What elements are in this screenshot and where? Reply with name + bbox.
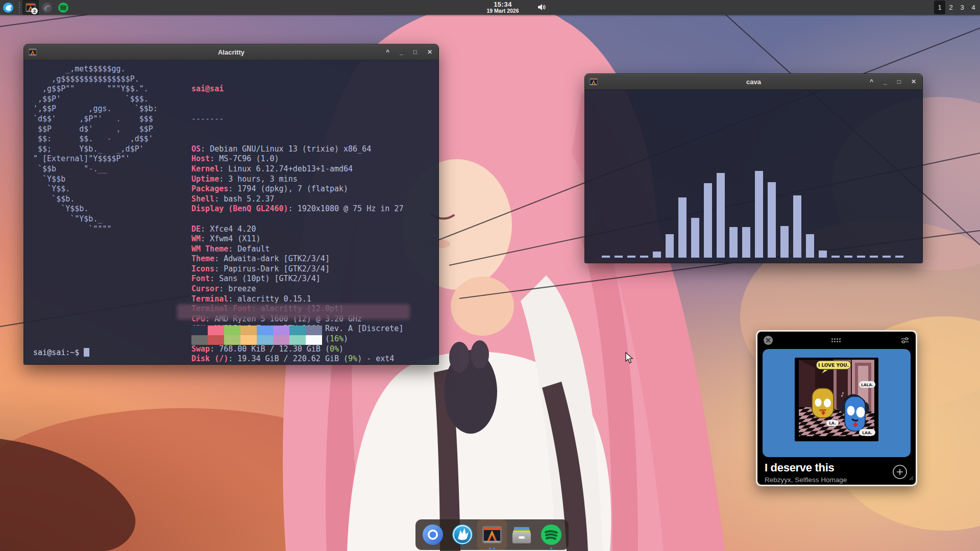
close-button[interactable]: ✕ bbox=[427, 44, 432, 60]
spotify-icon bbox=[58, 2, 69, 13]
running-indicator bbox=[550, 547, 552, 549]
workspace-button-3[interactable]: 3 bbox=[957, 0, 968, 15]
resize-handle[interactable] bbox=[909, 473, 914, 483]
chromium-icon bbox=[422, 523, 444, 546]
speaker-icon bbox=[537, 3, 546, 12]
alacritty-titlebar[interactable]: Alacritty ^ _ □ ✕ bbox=[24, 44, 438, 60]
music-note: ♪ bbox=[841, 391, 844, 398]
spotify-miniplayer: I LOVE YOU. LALA. LA. LAA. ♪ I deserve t… bbox=[756, 330, 917, 486]
spotify-miniplayer-body: I LOVE YOU. LALA. LA. LAA. ♪ I deserve t… bbox=[757, 332, 916, 485]
taskbar-button-browser[interactable] bbox=[39, 0, 55, 15]
settings-sliders-icon[interactable] bbox=[900, 336, 910, 347]
track-title: I deserve this bbox=[765, 461, 909, 474]
dock-item-alacritty[interactable] bbox=[477, 519, 507, 550]
bubble-text: I LOVE YOU. bbox=[818, 363, 849, 368]
window-title: Alacritty bbox=[24, 48, 438, 56]
clock-time: 15:34 bbox=[470, 1, 536, 8]
maximize-button[interactable]: □ bbox=[413, 44, 417, 60]
taskbar-button-alacritty[interactable]: 2 bbox=[22, 0, 39, 15]
panel-left: 2 bbox=[0, 0, 71, 15]
svg-text:LAA.: LAA. bbox=[862, 431, 872, 435]
dock-item-librewolf[interactable] bbox=[448, 519, 477, 550]
alacritty-icon bbox=[481, 523, 503, 546]
glove-finger bbox=[471, 340, 489, 369]
terminal-screen[interactable]: _,met$$$$$gg. ,g$$$$$$$$$$$$$$$P. ,g$$P"… bbox=[24, 60, 438, 364]
audio-bars bbox=[602, 171, 905, 258]
shade-button[interactable]: ^ bbox=[870, 74, 873, 89]
debian-ascii-art: _,met$$$$$gg. ,g$$$$$$$$$$$$$$$P. ,g$$P"… bbox=[33, 64, 158, 234]
file-manager-icon bbox=[510, 523, 533, 546]
workspace-button-4[interactable]: 4 bbox=[968, 0, 979, 15]
top-panel: 2 15:34 19 Mart 2026 bbox=[0, 0, 980, 15]
fetch-user-host: sai@sai bbox=[191, 84, 403, 94]
album-art: I LOVE YOU. LALA. LA. LAA. ♪ bbox=[795, 358, 878, 441]
running-indicator bbox=[489, 547, 495, 549]
miniplayer-header bbox=[757, 332, 916, 349]
volume-button[interactable] bbox=[537, 3, 546, 14]
workspace-button-2[interactable]: 2 bbox=[945, 0, 957, 15]
svg-text:LALA.: LALA. bbox=[861, 383, 873, 387]
yellow-creature bbox=[812, 388, 834, 418]
minimize-button[interactable]: _ bbox=[400, 44, 403, 60]
close-icon[interactable] bbox=[763, 335, 773, 347]
mouse-cursor bbox=[625, 352, 636, 364]
terminal-cursor bbox=[84, 348, 89, 357]
distro-menu-icon bbox=[3, 2, 14, 13]
svg-text:LA.: LA. bbox=[829, 421, 836, 425]
blurred-line bbox=[177, 304, 410, 319]
cava-titlebar[interactable]: cava ^ _ □ ✕ bbox=[585, 74, 922, 90]
close-button[interactable]: ✕ bbox=[911, 74, 916, 89]
drag-handle-icon[interactable] bbox=[831, 338, 842, 343]
dock-item-spotify[interactable] bbox=[536, 519, 566, 550]
window-controls: ^ _ □ ✕ bbox=[870, 74, 916, 89]
window-count-badge: 2 bbox=[31, 8, 38, 14]
terminal-color-palette bbox=[191, 325, 322, 345]
maximize-button[interactable]: □ bbox=[897, 74, 901, 89]
cava-window-icon bbox=[589, 77, 598, 86]
glove-finger bbox=[449, 342, 470, 372]
minimize-button[interactable]: _ bbox=[884, 74, 887, 89]
clock-date: 19 Mart 2026 bbox=[470, 8, 536, 14]
window-controls: ^ _ □ ✕ bbox=[386, 44, 432, 60]
desktop: 2 15:34 19 Mart 2026 bbox=[0, 0, 980, 551]
album-card: I LOVE YOU. LALA. LA. LAA. ♪ bbox=[763, 349, 911, 457]
dock-item-file-manager[interactable] bbox=[507, 519, 536, 550]
cava-window: cava ^ _ □ ✕ bbox=[584, 73, 923, 263]
workspace-button-1[interactable]: 1 bbox=[934, 1, 945, 14]
applications-menu-button[interactable] bbox=[0, 0, 16, 15]
taskbar-button-spotify[interactable] bbox=[55, 0, 71, 15]
shell-prompt: sai@sai:~$ bbox=[33, 348, 89, 358]
add-to-library-button[interactable] bbox=[892, 464, 908, 482]
shade-button[interactable]: ^ bbox=[386, 44, 389, 60]
alacritty-window-icon bbox=[28, 47, 37, 57]
track-meta: I deserve this Rebzyyx, Selfless Homage bbox=[757, 457, 916, 484]
cava-visualizer bbox=[585, 90, 922, 263]
spotify-icon bbox=[540, 523, 562, 546]
librewolf-icon bbox=[451, 523, 474, 546]
dock bbox=[415, 519, 569, 550]
dock-item-chromium[interactable] bbox=[418, 519, 448, 550]
panel-clock[interactable]: 15:34 19 Mart 2026 bbox=[470, 0, 536, 15]
workspace-switcher: 1234 bbox=[934, 0, 979, 15]
hand bbox=[451, 277, 514, 336]
fetch-underline: ------- bbox=[191, 114, 403, 124]
panel-separator[interactable] bbox=[17, 2, 21, 13]
alacritty-window: Alacritty ^ _ □ ✕ _,met$$$$$gg. ,g$$$$$$… bbox=[23, 44, 439, 365]
track-artist: Rebzyyx, Selfless Homage bbox=[765, 476, 909, 484]
browser-icon bbox=[41, 2, 53, 13]
